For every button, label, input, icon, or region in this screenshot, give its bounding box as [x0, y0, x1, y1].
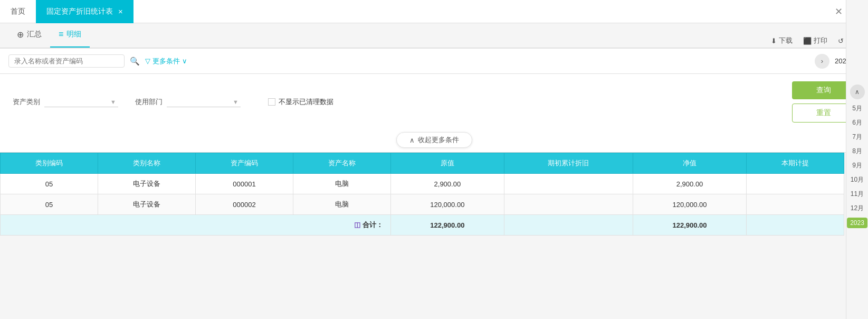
- department-label: 使用部门: [135, 97, 163, 107]
- download-label: 下载: [779, 36, 793, 45]
- summary-icon: ⊕: [17, 30, 24, 40]
- detail-label: 明细: [66, 30, 81, 39]
- search-icon[interactable]: 🔍: [130, 57, 140, 66]
- sidebar-month[interactable]: 7月: [846, 130, 869, 144]
- table-header: 净值: [633, 153, 747, 174]
- table-row: 05电子设备000001电脑2,900.002,900.00: [1, 174, 844, 194]
- download-icon: ⬇: [771, 37, 777, 45]
- collapse-btn[interactable]: ∧ 收起更多条件: [396, 132, 472, 148]
- refresh-icon: ↺: [838, 37, 844, 45]
- sidebar-up-arrow[interactable]: ∧: [850, 85, 865, 99]
- year-badge[interactable]: 2023: [847, 218, 867, 228]
- date-arrow-right[interactable]: ›: [815, 54, 829, 69]
- home-nav[interactable]: 首页: [0, 7, 36, 16]
- tab-summary[interactable]: ⊕ 汇总: [8, 22, 50, 48]
- detail-icon: ≡: [59, 30, 63, 39]
- summary-label: 汇总: [27, 30, 42, 39]
- search-input[interactable]: [8, 54, 125, 68]
- category-filter: 资产类别 ▼: [13, 97, 118, 107]
- category-label: 资产类别: [13, 97, 40, 107]
- sidebar-month[interactable]: 5月: [846, 101, 869, 116]
- print-label: 打印: [814, 36, 827, 45]
- active-tab[interactable]: 固定资产折旧统计表 ×: [36, 0, 133, 23]
- table-header: 期初累计折旧: [504, 153, 633, 174]
- download-btn[interactable]: ⬇ 下载: [771, 36, 793, 45]
- collapse-icon: ∧: [409, 136, 415, 144]
- window-close-icon[interactable]: ✕: [835, 6, 843, 17]
- checkbox-area: 不显示已清理数据: [268, 97, 333, 107]
- table-header: 类别名称: [98, 153, 195, 174]
- checkbox-label: 不显示已清理数据: [279, 97, 333, 107]
- sidebar-month[interactable]: 10月: [846, 173, 869, 187]
- sidebar-month[interactable]: 6月: [846, 116, 869, 130]
- cleared-data-checkbox[interactable]: [268, 98, 275, 106]
- filter-btn[interactable]: ▽ 更多条件 ∨: [145, 57, 187, 66]
- print-icon: ⬛: [803, 37, 812, 45]
- table-header: 原值: [390, 153, 504, 174]
- table-header: 本期计提: [746, 153, 844, 174]
- department-select[interactable]: [167, 97, 241, 107]
- sidebar-month[interactable]: 8月: [846, 144, 869, 158]
- category-select[interactable]: [44, 97, 118, 107]
- table-container: 类别编码类别名称资产编码资产名称原值期初累计折旧净值本期计提 05电子设备000…: [0, 153, 844, 236]
- chevron-down-icon: ∨: [182, 57, 187, 65]
- table-header: 资产名称: [293, 153, 390, 174]
- sidebar-month[interactable]: 12月: [846, 201, 869, 215]
- tab-title: 固定资产折旧统计表: [46, 7, 113, 16]
- table-header: 资产编码: [195, 153, 293, 174]
- tab-detail[interactable]: ≡ 明细: [50, 22, 90, 48]
- table-row: 05电子设备000002电脑120,000.00120,000.00: [1, 194, 844, 215]
- tab-close-icon[interactable]: ×: [118, 7, 123, 16]
- department-filter: 使用部门 ▼: [135, 97, 241, 107]
- right-sidebar: ∧ 5月6月7月8月9月10月11月12月 2023: [846, 0, 868, 319]
- collapse-label: 收起更多条件: [418, 135, 459, 145]
- filter-icon: ▽: [145, 57, 150, 65]
- sidebar-month[interactable]: 11月: [846, 187, 869, 201]
- sidebar-month[interactable]: 9月: [846, 158, 869, 173]
- filter-label: 更多条件: [152, 57, 180, 66]
- print-btn[interactable]: ⬛ 打印: [803, 36, 827, 45]
- table-header: 类别编码: [1, 153, 98, 174]
- total-row: ◫合计：122,900.00122,900.00: [1, 215, 844, 236]
